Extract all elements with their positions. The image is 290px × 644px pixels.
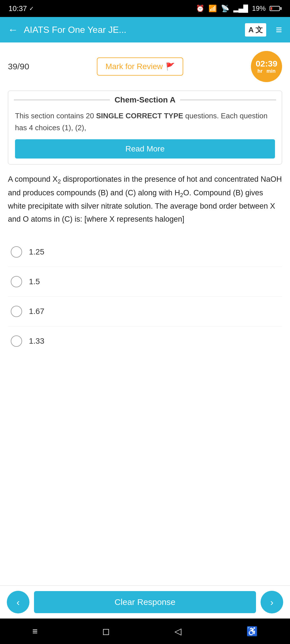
option-radio-3[interactable] [11,306,22,317]
back-button[interactable]: ← [8,24,18,36]
android-home-icon[interactable]: ◻ [102,626,110,637]
option-item-1[interactable]: 1.25 [8,237,282,267]
option-radio-2[interactable] [11,276,22,287]
section-line-right [180,100,276,100]
app-header: ← AIATS For One Year JE... A 文 ≡ [0,17,290,42]
option-label-4: 1.33 [29,337,44,346]
timer-display: 02:39 [256,59,278,68]
option-radio-4[interactable] [11,335,22,347]
previous-button[interactable]: ‹ [7,591,29,613]
option-item-2[interactable]: 1.5 [8,267,282,297]
network-bars: ▂▄█ [233,5,248,12]
section-description: This section contains 20 SINGLE CORRECT … [15,110,275,134]
question-counter: 39/90 [8,62,29,71]
battery-percent: 19% [252,5,266,12]
android-menu-icon[interactable]: ≡ [32,626,38,637]
timer-min-label: min [266,68,276,74]
alarm-icon: ⏰ [196,5,204,12]
option-label-1: 1.25 [29,247,44,256]
android-nav-bar: ≡ ◻ ◁ ♿ [0,619,290,644]
bottom-navigation: ‹ Clear Response › [0,585,290,619]
check-icon: ✓ [29,5,34,12]
option-item-4[interactable]: 1.33 [8,326,282,347]
option-label-3: 1.67 [29,307,44,316]
translate-a: A [248,25,254,34]
signal-icon: 📡 [221,5,229,12]
status-icons: ⏰ 📶 📡 ▂▄█ 19% [196,5,282,12]
section-card-body: This section contains 20 SINGLE CORRECT … [8,104,282,164]
read-more-button[interactable]: Read More [15,139,275,159]
option-label-2: 1.5 [29,277,40,286]
status-time: 10:37 ✓ [8,4,34,13]
section-card-header: Chem-Section A [8,91,282,104]
mark-review-button[interactable]: Mark for Review 🚩 [97,57,183,76]
menu-button[interactable]: ≡ [276,24,282,36]
timer-hr-label: hr [257,68,263,74]
mark-review-label: Mark for Review [105,62,163,71]
time-display: 10:37 [8,4,27,13]
android-back-icon[interactable]: ◁ [174,626,182,637]
section-line-left [14,100,110,100]
header-title: AIATS For One Year JE... [24,25,239,35]
battery-icon [270,6,282,11]
section-card: Chem-Section A This section contains 20 … [8,91,282,164]
option-radio-1[interactable] [11,246,22,258]
prev-arrow-icon: ‹ [16,597,20,608]
flag-icon: 🚩 [166,62,175,71]
next-arrow-icon: › [270,597,273,608]
wifi-icon: 📶 [208,5,217,12]
timer-circle: 02:39 hr min [251,51,282,82]
question-meta-row: 39/90 Mark for Review 🚩 02:39 hr min [8,51,282,82]
section-title: Chem-Section A [114,95,175,104]
option-item-3[interactable]: 1.67 [8,297,282,326]
main-content: 39/90 Mark for Review 🚩 02:39 hr min Che… [0,42,290,585]
question-text: A compound X2 disproportionates in the p… [8,173,282,226]
translate-icon: 文 [255,25,263,35]
status-bar: 10:37 ✓ ⏰ 📶 📡 ▂▄█ 19% [0,0,290,17]
timer-labels: hr min [257,68,276,74]
options-list: 1.25 1.5 1.67 1.33 [8,237,282,347]
android-accessibility-icon[interactable]: ♿ [246,626,258,637]
clear-response-button[interactable]: Clear Response [34,591,256,613]
translate-button[interactable]: A 文 [245,23,266,37]
next-button[interactable]: › [261,591,283,613]
